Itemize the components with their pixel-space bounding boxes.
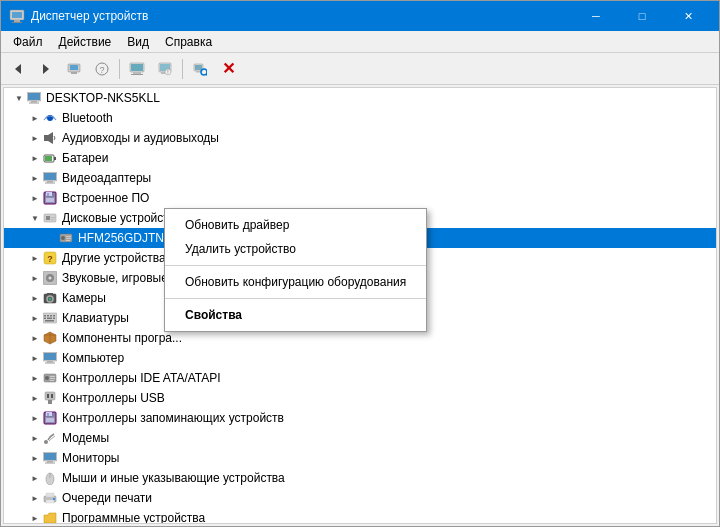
svg-marker-4 [15, 64, 21, 74]
svg-point-102 [53, 498, 55, 500]
tree-item[interactable]: ► Мыши и иные указывающие устройства [4, 468, 716, 488]
remove-button[interactable]: ✕ [215, 56, 241, 82]
tree-item[interactable]: ► Bluetooth [4, 108, 716, 128]
svg-line-24 [206, 74, 207, 75]
tree-item-icon [42, 270, 58, 286]
tree-item[interactable]: ▼ DESKTOP-NKS5KLL [4, 88, 716, 108]
tree-arrow-collapsed[interactable]: ► [28, 374, 42, 383]
tree-item-icon [42, 190, 58, 206]
scan-button[interactable] [187, 56, 213, 82]
tree-arrow-expanded[interactable]: ▼ [28, 214, 42, 223]
svg-rect-67 [44, 318, 46, 320]
tree-arrow-collapsed[interactable]: ► [28, 154, 42, 163]
tree-item-icon [42, 390, 58, 406]
svg-rect-1 [12, 12, 22, 18]
tree-arrow-collapsed[interactable]: ► [28, 274, 42, 283]
svg-rect-77 [45, 363, 55, 364]
svg-rect-52 [66, 240, 70, 241]
tree-arrow-collapsed[interactable]: ► [28, 414, 42, 423]
svg-rect-2 [14, 20, 20, 22]
svg-text:!: ! [167, 69, 168, 75]
tree-item[interactable]: ► Мониторы [4, 448, 716, 468]
tree-item[interactable]: ► Встроенное ПО [4, 188, 716, 208]
tree-item[interactable]: ► Контроллеры запоминающих устройств [4, 408, 716, 428]
tree-item-icon [42, 470, 58, 486]
menu-file[interactable]: Файл [5, 33, 51, 51]
tree-arrow-collapsed[interactable]: ► [28, 254, 42, 263]
svg-marker-31 [48, 132, 53, 144]
svg-rect-3 [12, 22, 22, 23]
tree-item-icon [42, 490, 58, 506]
ctx-uninstall[interactable]: Удалить устройство [165, 237, 426, 261]
tree-arrow-collapsed[interactable]: ► [28, 354, 42, 363]
svg-rect-8 [71, 72, 77, 74]
device-tree[interactable]: ▼ DESKTOP-NKS5KLL ► Bluetooth ► Аудиовхо… [3, 87, 717, 524]
svg-point-49 [61, 236, 65, 240]
show-hidden-button[interactable]: ! [152, 56, 178, 82]
tree-item[interactable]: ► Контроллеры USB [4, 388, 716, 408]
svg-rect-65 [50, 315, 52, 317]
svg-rect-66 [53, 315, 55, 317]
tree-item[interactable]: ► Батареи [4, 148, 716, 168]
tree-arrow-collapsed[interactable]: ► [28, 134, 42, 143]
tree-arrow-collapsed[interactable]: ► [28, 334, 42, 343]
tree-arrow-collapsed[interactable]: ► [28, 114, 42, 123]
tree-item-icon [42, 330, 58, 346]
tree-item-icon [58, 230, 74, 246]
tree-item[interactable]: ► Компьютер [4, 348, 716, 368]
ctx-update-driver[interactable]: Обновить драйвер [165, 213, 426, 237]
ctx-scan[interactable]: Обновить конфигурацию оборудования [165, 270, 426, 294]
pc-button[interactable] [124, 56, 150, 82]
svg-rect-76 [47, 361, 53, 363]
tree-item-icon [42, 170, 58, 186]
menu-view[interactable]: Вид [119, 33, 157, 51]
tree-item[interactable]: ► Контроллеры IDE ATA/ATAPI [4, 368, 716, 388]
tree-arrow-collapsed[interactable]: ► [28, 174, 42, 183]
tree-item-label: Программные устройства [62, 511, 205, 524]
tree-item-icon [42, 430, 58, 446]
menu-action[interactable]: Действие [51, 33, 120, 51]
tree-item-label: Батареи [62, 151, 108, 165]
tree-item[interactable]: ► Программные устройства [4, 508, 716, 524]
tree-item-icon [26, 90, 42, 106]
tree-item-label: Bluetooth [62, 111, 113, 125]
tree-arrow-collapsed[interactable]: ► [28, 494, 42, 503]
tree-arrow-collapsed[interactable]: ► [28, 434, 42, 443]
ctx-separator-2 [165, 298, 426, 299]
tree-item-label: Видеоадаптеры [62, 171, 151, 185]
tree-item-label: Мониторы [62, 451, 119, 465]
svg-point-79 [45, 376, 49, 380]
tree-item-label: Камеры [62, 291, 106, 305]
tree-arrow-collapsed[interactable]: ► [28, 454, 42, 463]
tree-arrow-collapsed[interactable]: ► [28, 314, 42, 323]
tree-item[interactable]: ► Аудиовходы и аудиовыходы [4, 128, 716, 148]
menu-bar: Файл Действие Вид Справка [1, 31, 719, 53]
svg-rect-69 [53, 318, 55, 320]
help-button[interactable]: ? [89, 56, 115, 82]
tree-arrow-collapsed[interactable]: ► [28, 394, 42, 403]
back-button[interactable] [5, 56, 31, 82]
tree-arrow-expanded[interactable]: ▼ [12, 94, 26, 103]
tree-item[interactable]: ► Видеоадаптеры [4, 168, 716, 188]
maximize-button[interactable]: □ [619, 1, 665, 31]
ctx-properties[interactable]: Свойства [165, 303, 426, 327]
svg-rect-82 [50, 380, 54, 381]
close-button[interactable]: ✕ [665, 1, 711, 31]
tree-item[interactable]: ► Модемы [4, 428, 716, 448]
svg-rect-26 [28, 93, 40, 100]
tree-item-icon: ? [42, 250, 58, 266]
forward-button[interactable] [33, 56, 59, 82]
tree-item[interactable]: ► Очереди печати [4, 488, 716, 508]
menu-help[interactable]: Справка [157, 33, 220, 51]
svg-rect-83 [45, 392, 55, 400]
svg-marker-5 [43, 64, 49, 74]
tree-arrow-collapsed[interactable]: ► [28, 194, 42, 203]
tree-arrow-collapsed[interactable]: ► [28, 514, 42, 523]
svg-rect-43 [46, 198, 54, 202]
tree-arrow-collapsed[interactable]: ► [28, 294, 42, 303]
tree-item-label: Компоненты програ... [62, 331, 182, 345]
up-button[interactable] [61, 56, 87, 82]
svg-rect-63 [44, 315, 46, 317]
tree-arrow-collapsed[interactable]: ► [28, 474, 42, 483]
minimize-button[interactable]: ─ [573, 1, 619, 31]
